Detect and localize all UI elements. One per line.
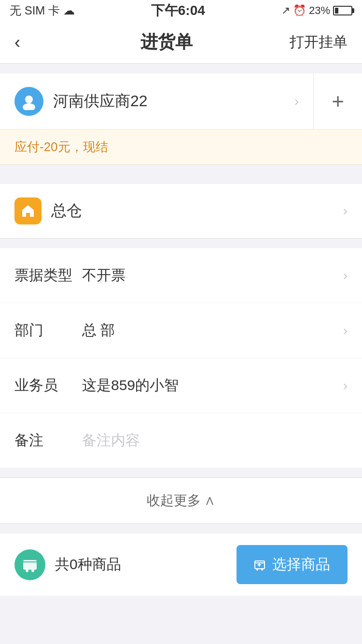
svg-point-6 [256,569,258,571]
warehouse-icon [14,197,42,224]
add-supplier-button[interactable]: + [314,76,362,127]
status-left: 无 SIM 卡 ☁ [10,3,75,18]
content-area: 河南供应商22 › + 应付-20元，现结 总仓 › 票据类型 不开票 › 部门… [0,64,362,596]
add-cart-icon [254,558,267,572]
supplier-row[interactable]: 河南供应商22 › [0,73,314,129]
invoice-row[interactable]: 票据类型 不开票 › [0,248,362,303]
svg-point-7 [261,569,263,571]
notice-banner: 应付-20元，现结 [0,129,362,165]
salesperson-value: 这是859的小智 [72,376,338,395]
remark-label: 备注 [14,431,72,450]
svg-point-3 [26,569,28,572]
svg-point-4 [31,569,34,572]
remark-input[interactable]: 备注内容 [72,431,348,450]
product-bar: 共0种商品 选择商品 [0,533,362,596]
product-icon [14,549,45,580]
product-count: 共0种商品 [55,555,237,574]
remark-row[interactable]: 备注 备注内容 [0,413,362,468]
status-right: ↗ ⏰ 23% [281,4,352,17]
location-icon: ↗ [281,4,290,17]
invoice-label: 票据类型 [14,266,72,285]
warehouse-section[interactable]: 总仓 › [0,184,362,238]
status-time: 下午6:04 [151,1,205,20]
gap-1 [0,64,362,73]
salesperson-label: 业务员 [14,376,72,395]
supplier-section: 河南供应商22 › + [0,73,362,129]
alarm-icon: ⏰ [293,4,306,17]
supplier-avatar [14,87,43,116]
nav-bar: ‹ 进货单 打开挂单 [0,21,362,64]
form-section: 票据类型 不开票 › 部门 总 部 › 业务员 这是859的小智 › 备注 备注… [0,248,362,468]
supplier-chevron-icon: › [294,94,299,109]
person-icon [20,93,38,110]
status-bar: 无 SIM 卡 ☁ 下午6:04 ↗ ⏰ 23% [0,0,362,21]
supplier-name: 河南供应商22 [53,91,290,112]
notice-text: 应付-20元，现结 [14,140,108,154]
select-product-button[interactable]: 选择商品 [237,545,348,584]
select-product-label: 选择商品 [272,555,330,574]
invoice-chevron-icon: › [343,268,348,283]
warehouse-chevron-icon: › [343,203,348,219]
svg-point-0 [25,96,33,103]
department-label: 部门 [14,321,72,340]
battery-icon [333,6,352,15]
page-title: 进货单 [140,30,193,54]
open-pending-button[interactable]: 打开挂单 [290,32,348,52]
back-button[interactable]: ‹ [14,32,43,53]
gap-2 [0,165,362,174]
cart-icon [21,556,39,574]
collapse-text: 收起更多 ∧ [147,493,216,508]
no-sim-text: 无 SIM 卡 ☁ [10,3,75,18]
svg-point-1 [23,103,35,110]
warehouse-name: 总仓 [51,200,338,222]
department-value: 总 部 [72,321,338,340]
invoice-value: 不开票 [72,266,338,285]
salesperson-chevron-icon: › [343,378,348,393]
department-row[interactable]: 部门 总 部 › [0,303,362,358]
department-chevron-icon: › [343,323,348,338]
battery-percent: 23% [309,4,330,17]
collapse-row[interactable]: 收起更多 ∧ [0,477,362,524]
salesperson-row[interactable]: 业务员 这是859的小智 › [0,358,362,413]
house-icon [20,203,36,219]
